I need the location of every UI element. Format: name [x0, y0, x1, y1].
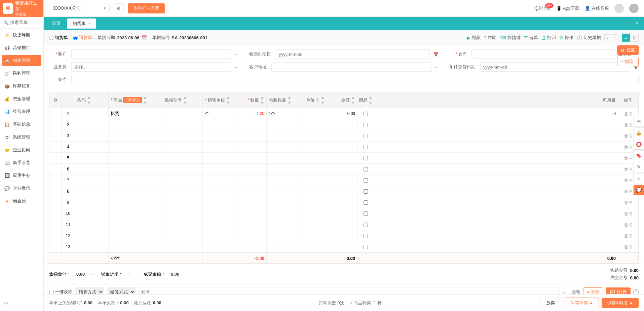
expense-help-icon[interactable]: ? — [633, 289, 639, 294]
row-price-9[interactable] — [297, 208, 327, 219]
row-unit-2[interactable] — [203, 130, 236, 141]
shortcut-btn[interactable]: ⌨ 快捷键 — [500, 35, 521, 41]
row-product-11[interactable] — [109, 230, 162, 241]
row-unit-8[interactable] — [203, 197, 236, 208]
row-gift-6[interactable] — [357, 175, 374, 186]
payment-account-select[interactable]: 结算方式 — [107, 287, 136, 294]
row-price-1[interactable] — [297, 119, 327, 130]
row-unit-10[interactable] — [203, 219, 236, 230]
row-pkg-1[interactable] — [267, 119, 297, 130]
row-unit-12[interactable] — [203, 241, 236, 252]
row-note-11[interactable] — [374, 230, 591, 241]
row-unit-9[interactable] — [203, 208, 236, 219]
row-pkg-9[interactable] — [267, 208, 297, 219]
row-qty-1[interactable] — [236, 119, 267, 130]
sidebar-item-member[interactable]: V 畅会员 — [0, 195, 43, 207]
row-copy-8[interactable]: ⎘ — [630, 200, 632, 205]
row-gift-10[interactable] — [357, 219, 374, 230]
user-avatar-2[interactable] — [629, 4, 639, 13]
sort-qty[interactable]: ▲▼ — [260, 95, 264, 105]
row-price-4[interactable] — [297, 153, 327, 163]
customer-input[interactable] — [71, 49, 231, 59]
row-spec-5[interactable] — [162, 164, 203, 174]
row-pkg-6[interactable] — [267, 175, 297, 186]
row-gift-0[interactable] — [357, 108, 374, 119]
row-spec-10[interactable] — [162, 219, 203, 230]
row-spec-8[interactable] — [162, 197, 203, 208]
row-note-5[interactable] — [374, 164, 591, 174]
grid-view-btn[interactable]: ⊞ — [631, 34, 639, 42]
row-product-3[interactable] — [109, 142, 162, 152]
sidebar-item-quick-nav[interactable]: ⚡ 快捷导航 — [0, 29, 43, 41]
row-spec-4[interactable] — [162, 153, 203, 163]
row-price-0[interactable] — [297, 108, 327, 119]
sidebar-item-sales[interactable]: 🏠 销售管理 — [2, 55, 41, 66]
row-spec-11[interactable] — [162, 230, 203, 241]
sort-price[interactable]: ▲▼ — [320, 95, 325, 105]
row-spec-0[interactable] — [162, 108, 203, 119]
row-spec-6[interactable] — [162, 175, 203, 186]
payment-account-input[interactable] — [138, 287, 559, 294]
sidebar-item-purchase[interactable]: 🛒 采购管理 — [0, 67, 43, 80]
float-pencil-btn[interactable]: ✎ — [633, 162, 644, 172]
topbar-settings-button[interactable]: ⚙ — [114, 3, 124, 13]
row-amount-11[interactable] — [327, 230, 357, 241]
logistics-side-btn[interactable]: + 物流 — [617, 57, 639, 66]
online-service-button[interactable]: 👤 在线客服 — [585, 5, 609, 11]
row-qty-10[interactable] — [236, 219, 267, 230]
row-price-5[interactable] — [297, 164, 327, 174]
payment-method-select[interactable]: 结算方式 — [75, 287, 104, 294]
add-payment-btn[interactable]: ● 添加 — [583, 287, 603, 294]
debt-info-icon[interactable]: ? — [117, 301, 119, 305]
customer-addr-input[interactable] — [271, 62, 431, 72]
float-bookmark-btn[interactable]: 🔖 — [633, 150, 644, 161]
row-note-3[interactable] — [374, 142, 591, 152]
row-spec-3[interactable] — [162, 142, 203, 152]
row-product-0[interactable]: 拆货 — [109, 108, 162, 119]
sidebar-item-wechat[interactable]: 💬 企业微信 — [0, 182, 43, 195]
sort-pkg[interactable]: ▲▼ — [287, 95, 292, 105]
row-pkg-11[interactable] — [267, 230, 297, 241]
customer-addr-dots-btn[interactable]: ··· — [435, 65, 439, 70]
row-product-4[interactable] — [109, 153, 162, 163]
row-copy-1[interactable]: ⎘ — [630, 122, 632, 127]
row-price-12[interactable] — [297, 241, 327, 252]
sidebar-item-system[interactable]: ⚙ 系统管理 — [0, 131, 43, 144]
row-note-4[interactable] — [374, 153, 591, 163]
row-barcode-7[interactable] — [75, 186, 109, 197]
save-new-btn[interactable]: 保存&新增 ▲ — [602, 298, 639, 308]
radio-return-order[interactable]: 退货单 — [73, 35, 92, 41]
row-spec-9[interactable] — [162, 208, 203, 219]
row-pkg-7[interactable] — [267, 186, 297, 197]
row-qty-12[interactable] — [236, 241, 267, 252]
row-note-12[interactable] — [374, 241, 591, 252]
row-gift-12[interactable] — [357, 241, 374, 252]
customer-dots-btn[interactable]: ··· — [235, 52, 238, 57]
trial-button[interactable]: 体验行业方案 — [128, 3, 165, 13]
help-discount-icon[interactable]: ? — [128, 272, 130, 276]
row-qty-11[interactable] — [236, 230, 267, 241]
sidebar-item-enterprise[interactable]: 🤝 企业协同 — [0, 144, 43, 156]
row-product-5[interactable] — [109, 164, 162, 174]
row-product-9[interactable] — [109, 208, 162, 219]
float-chat-btn[interactable]: 💬 — [633, 185, 644, 195]
row-delete-11[interactable]: 🗑 — [624, 233, 628, 238]
row-barcode-12[interactable] — [75, 241, 109, 252]
row-price-2[interactable] — [297, 130, 327, 141]
row-gift-1[interactable] — [357, 119, 374, 130]
row-delete-8[interactable]: 🗑 — [624, 200, 628, 205]
sidebar-item-inventory[interactable]: 📦 库存核算 — [0, 80, 43, 92]
sort-spec[interactable]: ▲▼ — [183, 95, 187, 105]
history-btn[interactable]: 🕐 历史单据 — [577, 35, 601, 41]
one-click-payment-checkbox[interactable]: 一键收款 — [49, 289, 72, 294]
row-unit-6[interactable] — [203, 175, 236, 186]
row-qty-0[interactable]: -1.00 — [236, 108, 267, 119]
tab-close-icon[interactable]: × — [88, 21, 91, 26]
sidebar-item-marketing[interactable]: 📢 营销推广 — [0, 41, 43, 54]
row-copy-5[interactable]: ⎘ — [630, 167, 632, 172]
row-pkg-2[interactable] — [267, 130, 297, 141]
row-barcode-11[interactable] — [75, 230, 109, 241]
row-delete-12[interactable]: 🗑 — [624, 244, 628, 249]
row-product-8[interactable] — [109, 197, 162, 208]
row-delete-2[interactable]: 🗑 — [624, 133, 628, 139]
